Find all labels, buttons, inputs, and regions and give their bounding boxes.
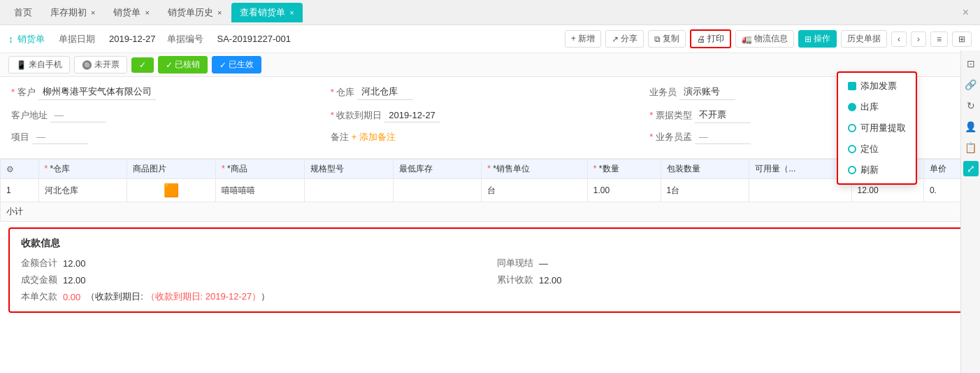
sidebar-icon-5[interactable]: 📋 [963, 140, 979, 155]
add-invoice-icon [848, 82, 856, 90]
arrears-date: （收款到期日: 2019-12-27） [146, 291, 261, 302]
product-image-icon: 🟧 [164, 183, 179, 197]
not-open-button[interactable]: 🔘 未开票 [74, 56, 127, 73]
doc-title: ↕ 销货单 [8, 33, 45, 45]
staff-value: 演示账号 [679, 84, 735, 100]
outbound-label: 出库 [860, 101, 879, 113]
products-table: ⚙ *仓库 商品图片 *商品 规格型号 最低库存 *销售单位 *数量 包装数量 … [0, 159, 980, 222]
row-index: 1 [1, 179, 39, 202]
due-date-field: 收款到期日 2019-12-27 [331, 108, 650, 122]
customer-label: 客户 [11, 86, 36, 99]
staff2-field: 业务员孟 — [649, 130, 969, 144]
col-unit: *销售单位 [482, 160, 588, 179]
dropdown-refresh[interactable]: 刷新 [838, 160, 916, 181]
already-effect-button[interactable]: ✓ 已生效 [212, 56, 261, 73]
locate-icon [848, 145, 856, 153]
right-sidebar: ⊡ 🔗 ↻ 👤 📋 ⤢ [960, 50, 980, 373]
sales-order-icon: ↕ [8, 34, 13, 45]
check-icon: ✓ [139, 60, 146, 70]
form-row-1: 客户 柳州粤港平安气体有限公司 仓库 河北仓库 业务员 演示账号 [11, 84, 969, 100]
row-pack-qty: 1台 [661, 179, 749, 202]
arrears-note: （收款到期日: （收款到期日: 2019-12-27）） [86, 290, 270, 303]
checked-icon: ✓ [166, 60, 173, 70]
logistics-button[interactable]: 🚛 物流信息 [735, 30, 794, 48]
tab-sales-order[interactable]: 销货单 × [105, 3, 157, 22]
effect-icon: ✓ [219, 60, 226, 70]
new-button[interactable]: + 新增 [565, 30, 601, 48]
payment-same-order: 同单现结 — [497, 257, 959, 269]
sidebar-icon-3[interactable]: ↻ [963, 98, 979, 113]
next-button[interactable]: › [911, 31, 926, 47]
due-date-value: 2019-12-27 [384, 108, 440, 122]
doc-actions: + 新增 ↗ 分享 ⧉ 复制 🖨 打印 🚛 物流信息 ⊞ 操作 历 [565, 29, 972, 48]
history-button[interactable]: 历史单据 [841, 30, 887, 48]
dropdown-add-invoice[interactable]: 添加发票 [838, 76, 916, 97]
ticket-icon: 🔘 [82, 60, 92, 70]
col-pack-qty: 包装数量 [661, 160, 749, 179]
cumulative-label: 累计收款 [497, 274, 533, 286]
row-spec [304, 179, 393, 202]
staff2-value: — [695, 130, 751, 144]
form-row-2: 客户地址 — 收款到期日 2019-12-27 票据类型 不开票 [11, 107, 969, 123]
number-value: SA-20191227-001 [217, 34, 291, 44]
dropdown-available-extract[interactable]: 可用量提取 [838, 118, 916, 139]
tab-inventory-init-close[interactable]: × [91, 8, 95, 17]
due-date-label: 收款到期日 [331, 109, 382, 122]
form-row-3: 项目 — 备注 + 添加备注 业务员孟 — [11, 130, 969, 144]
copy-icon: ⧉ [654, 34, 661, 44]
sidebar-icon-4[interactable]: 👤 [963, 119, 979, 134]
tab-home-label: 首页 [14, 6, 32, 19]
tab-home[interactable]: 首页 [6, 3, 41, 22]
col-min-stock: 最低库存 [393, 160, 482, 179]
available-extract-icon [848, 124, 856, 132]
truck-icon: 🚛 [742, 34, 752, 44]
already-checked-button[interactable]: ✓ 已核销 [158, 56, 208, 73]
tab-sales-history-close[interactable]: × [217, 8, 222, 17]
view1-button[interactable]: ≡ [930, 31, 948, 47]
payment-cumulative: 累计收款 12.00 [497, 274, 959, 286]
tab-view-sales[interactable]: 查看销货单 × [231, 3, 302, 22]
row-unit: 台 [482, 179, 588, 202]
row-warehouse: 河北仓库 [38, 179, 127, 202]
payment-amount-total: 金额合计 12.00 [21, 257, 483, 269]
check-button[interactable]: ✓ [131, 57, 154, 73]
col-gear[interactable]: ⚙ [1, 160, 39, 179]
doc-type-label: 销货单 [17, 33, 45, 45]
sidebar-icon-2[interactable]: 🔗 [963, 77, 979, 92]
from-phone-button[interactable]: 📱 来自手机 [8, 56, 70, 73]
row-min-stock [393, 179, 482, 202]
view2-button[interactable]: ⊞ [952, 31, 972, 47]
doc-header: ↕ 销货单 单据日期 2019-12-27 单据编号 SA-20191227-0… [0, 25, 980, 53]
sidebar-icon-expand[interactable]: ⤢ [963, 161, 979, 176]
dropdown-outbound[interactable]: 出库 [838, 97, 916, 118]
share-icon: ↗ [612, 34, 619, 44]
arrears-value: 0.00 [63, 292, 80, 302]
tab-sales-history[interactable]: 销货单历史 × [159, 3, 230, 22]
close-window-button[interactable]: × [957, 3, 974, 22]
share-button[interactable]: ↗ 分享 [605, 30, 644, 48]
sidebar-icon-1[interactable]: ⊡ [963, 56, 979, 71]
print-button[interactable]: 🖨 打印 [690, 29, 731, 48]
date-value: 2019-12-27 [109, 34, 156, 44]
operation-button[interactable]: ⊞ 操作 [798, 30, 837, 48]
dropdown-locate[interactable]: 定位 [838, 139, 916, 160]
ticket-type-field: 票据类型 不开票 [649, 107, 969, 123]
tab-sales-order-close[interactable]: × [145, 8, 149, 17]
locate-label: 定位 [860, 143, 879, 155]
project-field: 项目 — [11, 130, 331, 144]
warehouse-field: 仓库 河北仓库 [331, 84, 650, 100]
copy-button[interactable]: ⧉ 复制 [648, 30, 686, 48]
payment-transaction: 成交金额 12.00 [21, 274, 483, 286]
address-field: 客户地址 — [11, 108, 331, 122]
add-note-button[interactable]: + 添加备注 [352, 131, 396, 143]
main-content: ↕ 销货单 单据日期 2019-12-27 单据编号 SA-20191227-0… [0, 25, 980, 373]
ticket-type-value: 不开票 [695, 107, 751, 123]
staff-label: 业务员 [649, 86, 677, 99]
same-order-value: — [539, 258, 548, 269]
tab-view-sales-close[interactable]: × [289, 8, 294, 17]
tab-inventory-init[interactable]: 库存期初 × [42, 3, 103, 22]
payment-arrears-row: 本单欠款 0.00 （收款到期日: （收款到期日: 2019-12-27）） [21, 290, 959, 303]
print-icon: 🖨 [697, 34, 705, 44]
arrears-label: 本单欠款 [21, 290, 57, 303]
prev-button[interactable]: ‹ [891, 31, 907, 47]
